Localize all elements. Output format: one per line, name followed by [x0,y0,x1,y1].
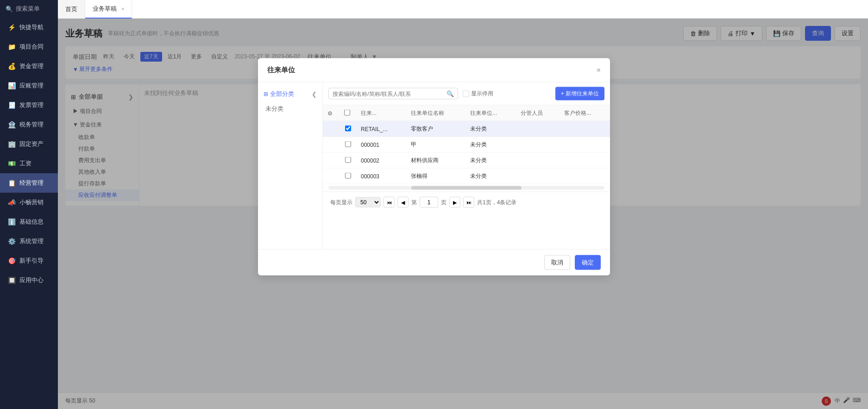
row-3-gear [323,152,340,168]
capital-icon: 💰 [7,62,16,70]
sidebar-item-fixed-assets[interactable]: 🏢 固定资产 [0,134,58,154]
search-icon: 🔍 [6,6,13,13]
partner-modal: 往来单位 × ⊞ 全部分类 ❮ 未分类 🔍 显示停用 [258,58,610,276]
show-disabled-toggle[interactable]: 显示停用 [463,90,493,98]
row-1-gear [323,121,340,137]
table-row[interactable]: 000002 材料供应商 未分类 [323,152,610,168]
salary-icon: 💵 [7,159,16,168]
table-header-row: ⚙ 往来... 往来单位名称 往来单位... 分管人员 客户价格... [323,106,610,121]
receivable-icon: 📊 [7,82,16,90]
sidebar-item-project-contract[interactable]: 📁 项目合同 [0,37,58,57]
sidebar-item-receivable[interactable]: 📊 应账管理 [0,76,58,95]
sidebar-item-basic-info[interactable]: ℹ️ 基础信息 [0,212,58,232]
sidebar-item-invoice[interactable]: 🧾 发票管理 [0,95,58,115]
row-2-gear [323,137,340,152]
sidebar-item-quick-nav[interactable]: ⚡ 快捷导航 [0,18,58,37]
sidebar-item-capital-mgmt[interactable]: 💰 资金管理 [0,57,58,76]
per-page-select[interactable]: 50 20 100 [355,197,381,208]
row-4-check[interactable] [340,168,356,184]
row-1-check[interactable] [340,121,356,137]
gear-icon[interactable]: ⚙ [327,110,333,116]
sidebar-collapse-icon[interactable]: ❮ [312,90,317,97]
quick-nav-icon: ⚡ [7,23,16,31]
row-3-category: 未分类 [465,152,516,168]
sidebar-item-app-center[interactable]: 🔲 应用中心 [0,271,58,290]
row-4-manager [516,168,560,184]
partner-table-body: RETAIL_... 零散客户 未分类 000001 甲 未分类 [323,121,610,184]
prev-page-button[interactable]: ◀ [397,197,409,208]
modal-close-button[interactable]: × [597,66,601,74]
modal-table-scroll: ⚙ 往来... 往来单位名称 往来单位... 分管人员 客户价格... [323,106,610,184]
ops-icon: 📋 [7,179,16,187]
sidebar: 🔍 搜索菜单 ⚡ 快捷导航 📁 项目合同 💰 资金管理 📊 应账管理 🧾 发票管… [0,0,58,409]
marketing-icon: 📣 [7,198,16,207]
modal-main: 🔍 显示停用 + 新增往来单位 ⚙ 往来... [323,82,610,249]
row-3-check[interactable] [340,152,356,168]
sidebar-item-ops-mgmt[interactable]: 📋 经营管理 [0,173,58,193]
table-row[interactable]: 000003 张楠得 未分类 [323,168,610,184]
project-icon: 📁 [7,43,16,51]
grid-icon-2: ⊞ [264,91,268,97]
fixed-assets-icon: 🏢 [7,140,16,148]
modal-header: 往来单位 × [258,58,610,82]
info-icon: ℹ️ [7,218,16,226]
row-2-price [560,137,610,152]
row-3-manager [516,152,560,168]
last-page-button[interactable]: ⏭ [463,197,474,208]
modal-pagination: 每页显示 50 20 100 ⏮ ◀ 第 页 ▶ ⏭ 共1页，4条记录 [323,192,610,213]
sidebar-item-sys-mgmt[interactable]: ⚙️ 系统管理 [0,232,58,251]
add-partner-button[interactable]: + 新增往来单位 [555,87,604,101]
sidebar-item-marketing[interactable]: 📣 小畅营销 [0,193,58,212]
table-row[interactable]: 000001 甲 未分类 [323,137,610,152]
tab-home[interactable]: 首页 [58,0,85,19]
app-icon: 🔲 [7,276,16,284]
sidebar-item-tax[interactable]: 🏦 税务管理 [0,115,58,134]
tab-draft[interactable]: 业务草稿 × [85,0,132,19]
row-3-name: 材料供应商 [406,152,465,168]
first-page-button[interactable]: ⏮ [384,197,395,208]
row-4-name: 张楠得 [406,168,465,184]
search-menu[interactable]: 🔍 搜索菜单 [0,0,58,18]
modal-footer: 取消 确定 [258,249,610,276]
col-name: 往来单位名称 [406,106,465,121]
sidebar-item-salary[interactable]: 💵 工资 [0,154,58,173]
next-page-button[interactable]: ▶ [449,197,460,208]
row-3-price [560,152,610,168]
select-all-checkbox[interactable] [344,109,350,115]
tab-close-icon[interactable]: × [121,6,124,12]
row-2-category: 未分类 [465,137,516,152]
row-4-category: 未分类 [465,168,516,184]
sys-icon: ⚙️ [7,237,16,245]
row-2-code: 000001 [356,137,406,152]
col-category: 往来单位... [465,106,516,121]
row-4-code: 000003 [356,168,406,184]
col-code: 往来... [356,106,406,121]
show-disabled-checkbox[interactable] [463,90,469,97]
top-bar: 首页 业务草稿 × [58,0,868,19]
partner-table: ⚙ 往来... 往来单位名称 往来单位... 分管人员 客户价格... [323,106,610,184]
page-number-input[interactable] [420,197,438,208]
tax-icon: 🏦 [7,120,16,129]
row-4-gear [323,168,340,184]
modal-sidebar: ⊞ 全部分类 ❮ 未分类 [258,82,323,249]
col-gear: ⚙ [323,106,340,121]
row-1-price [560,121,610,137]
search-input[interactable] [333,90,445,97]
scrollbar-thumb[interactable] [411,186,522,190]
col-manager: 分管人员 [516,106,560,121]
row-2-name: 甲 [406,137,465,152]
row-1-category: 未分类 [465,121,516,137]
search-box[interactable]: 🔍 [328,88,458,100]
modal-sidebar-unclassified[interactable]: 未分类 [258,101,322,117]
row-1-code: RETAIL_... [356,121,406,137]
row-2-manager [516,137,560,152]
cancel-button[interactable]: 取消 [544,255,570,270]
horizontal-scrollbar[interactable] [328,186,604,190]
col-check-header [340,106,356,121]
guide-icon: 🎯 [7,257,16,265]
row-2-check[interactable] [340,137,356,152]
table-row[interactable]: RETAIL_... 零散客户 未分类 [323,121,610,137]
confirm-button[interactable]: 确定 [575,255,601,270]
sidebar-item-guide[interactable]: 🎯 新手引导 [0,251,58,271]
row-1-name: 零散客户 [406,121,465,137]
